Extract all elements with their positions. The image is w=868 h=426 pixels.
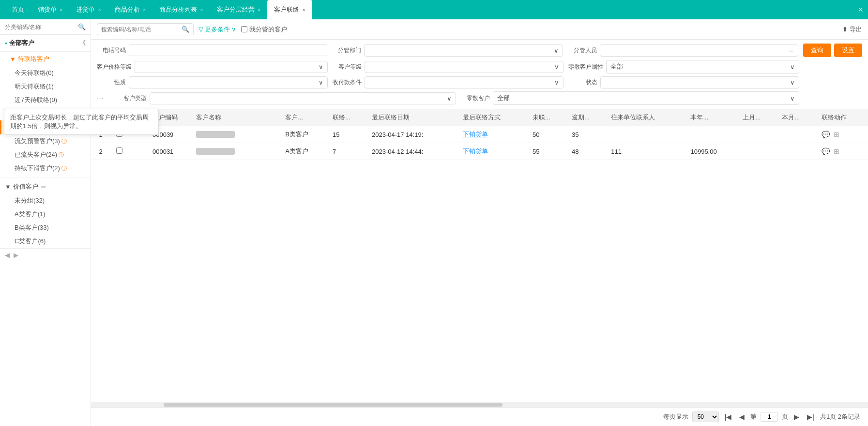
settings-button[interactable]: 设置: [834, 44, 862, 57]
search-input[interactable]: [101, 26, 182, 33]
sidebar-item-tomorrow[interactable]: 明天待联络(1): [0, 80, 91, 93]
retail-attr-field: 零散客户属性 全部 ∨: [568, 60, 799, 73]
data-table: ⚙ 客户编码 客户名称 客户... 联络...: [91, 109, 868, 160]
customer-level-select[interactable]: ∨: [365, 61, 563, 73]
sidebar-item-7days[interactable]: 近7天待联络(0): [0, 93, 91, 107]
close-icon[interactable]: ×: [302, 7, 305, 13]
content-area: 🔍 ▽ 更多条件 ∨ 我分管的客户 ⬆ 导出 电话号码: [91, 19, 868, 426]
sidebar-item-declining[interactable]: 持续下滑客户(2) ⓘ: [0, 162, 91, 175]
table-row: 2 000031 A类客户 7 2023-04-12 14:44:: [91, 143, 868, 160]
filter-row-3: 性质 ∨ 收付款条件 ∨ 状态: [97, 76, 862, 88]
row1-last-contact-date: 2023-04-17 14:19:: [368, 126, 459, 143]
row1-unread: 50: [529, 126, 568, 143]
close-icon[interactable]: ×: [143, 7, 146, 13]
price-level-select[interactable]: ∨: [135, 61, 328, 73]
gender-select[interactable]: ∨: [129, 76, 328, 88]
sidebar-item-churn-warning[interactable]: 流失预警客户(3) ⓘ: [0, 134, 91, 148]
customer-level-field: 客户等级 ∨: [333, 61, 563, 73]
page-input[interactable]: [761, 412, 778, 422]
my-customers-check[interactable]: [241, 26, 247, 32]
status-field: 状态 ∨: [568, 76, 799, 88]
payment-select[interactable]: ∨: [365, 76, 563, 88]
close-icon[interactable]: ×: [258, 7, 260, 13]
nav-product-analysis[interactable]: 商品分析 ×: [108, 0, 152, 19]
query-button[interactable]: 查询: [803, 44, 831, 57]
close-all-button[interactable]: ×: [858, 5, 863, 15]
close-icon[interactable]: ×: [60, 7, 62, 13]
nav-customer-contact[interactable]: 客户联络 ×: [267, 0, 312, 19]
sidebar-group-pending[interactable]: ▼ 待联络客户: [0, 52, 91, 66]
nav-product-analysis-list[interactable]: 商品分析列表 ×: [152, 0, 210, 19]
col-header-last-contact-date: 最后联络日期: [368, 109, 459, 126]
action-icons: 💬 ⊞: [822, 147, 865, 155]
nav-customer-layered[interactable]: 客户分层经营 ×: [210, 0, 267, 19]
nav-sales-order[interactable]: 销货单 ×: [31, 0, 69, 19]
retail-attr-select[interactable]: 全部 ∨: [606, 60, 799, 73]
sidebar-item-churned[interactable]: 已流失客户(24) ⓘ: [0, 148, 91, 162]
row1-last-contact-method[interactable]: 下销货单: [459, 126, 529, 143]
sidebar-item-class-b[interactable]: B类客户(33): [0, 221, 91, 235]
filter-row-4: ··· 客户类型 ∨ 零散客户 全部 ∨: [97, 91, 862, 105]
advanced-filter: 电话号码 分管部门 ∨ 分管人员 ···: [91, 40, 868, 109]
sidebar-group-value[interactable]: ▼ 价值客户 ✏: [0, 179, 91, 194]
sidebar-left-arrow[interactable]: ◀: [5, 251, 10, 259]
row2-category: A类客户: [281, 143, 329, 160]
my-customers-checkbox[interactable]: 我分管的客户: [241, 25, 287, 34]
gender-field: 性质 ∨: [97, 76, 328, 88]
row1-contact-count: 15: [329, 126, 368, 143]
link-icon[interactable]: ⊞: [834, 131, 839, 138]
page-size-select[interactable]: 50 100 200: [692, 411, 719, 422]
next-page-button[interactable]: ▶: [792, 412, 801, 422]
collapse-icon[interactable]: 《: [79, 39, 86, 47]
col-header-category: 客户...: [281, 109, 329, 126]
action-icons: 💬 ⊞: [822, 131, 865, 138]
chevron-down-icon: ∨: [319, 79, 323, 86]
sidebar-item-class-a[interactable]: A类客户(1): [0, 207, 91, 221]
last-page-button[interactable]: ▶|: [805, 412, 816, 422]
filter-row-2: 客户价格等级 ∨ 客户等级 ∨ 零散客户属性 全部: [97, 60, 862, 73]
tooltip-box: 距客户上次交易时长，超过了此客户的平均交易周期的1.5倍，则视为异常。: [91, 109, 159, 135]
close-icon[interactable]: ×: [200, 7, 203, 13]
close-icon[interactable]: ×: [98, 7, 101, 13]
link-icon[interactable]: ⊞: [834, 147, 839, 155]
chevron-down-icon: ∨: [319, 63, 323, 71]
nav-home[interactable]: 首页: [5, 0, 31, 19]
customer-name-blurred: [196, 131, 235, 138]
sidebar-item-today[interactable]: 今天待联络(0): [0, 66, 91, 80]
status-select[interactable]: ∨: [600, 76, 799, 88]
sidebar-search-input[interactable]: [5, 24, 78, 30]
dept-select[interactable]: ∨: [364, 44, 563, 57]
nav-purchase-order[interactable]: 进货单 ×: [69, 0, 107, 19]
sidebar-search-wrap: 🔍: [0, 19, 91, 35]
chevron-down-icon: ∨: [790, 63, 795, 71]
row2-last-contact-method[interactable]: 下销货单: [459, 143, 529, 160]
row1-unit-contacts: [607, 126, 686, 143]
row2-index: 2: [91, 143, 110, 160]
scroll-thumb[interactable]: [164, 403, 503, 407]
row-checkbox[interactable]: [116, 147, 122, 154]
sidebar-item-class-c[interactable]: C类客户(6): [0, 235, 91, 248]
retail-customer-select[interactable]: 全部 ∨: [493, 91, 799, 105]
col-header-unread: 未联...: [529, 109, 568, 126]
row2-checkbox[interactable]: [110, 143, 128, 160]
filter-bar: 🔍 ▽ 更多条件 ∨ 我分管的客户 ⬆ 导出: [91, 19, 868, 40]
main-layout: 🔍 ▪ 全部客户 《 ▼ 待联络客户 今天待联络(0) 明天待联络(1) 近7天…: [0, 19, 868, 426]
phone-input[interactable]: [129, 44, 327, 56]
search-icon[interactable]: 🔍: [182, 26, 189, 33]
horizontal-scrollbar[interactable]: [91, 402, 868, 407]
first-page-button[interactable]: |◀: [723, 412, 734, 422]
chat-icon[interactable]: 💬: [822, 131, 830, 138]
prev-page-button[interactable]: ◀: [737, 412, 746, 422]
sidebar-right-arrow[interactable]: ▶: [14, 251, 18, 259]
row2-code: 000031: [149, 143, 192, 160]
arrow-icon: ▼: [10, 56, 16, 63]
sidebar-item-unclassified[interactable]: 未分组(32): [0, 194, 91, 207]
row1-this-year: [686, 126, 739, 143]
export-button[interactable]: ⬆ 导出: [842, 25, 862, 34]
more-conditions-button[interactable]: ▽ 更多条件 ∨: [198, 25, 236, 34]
manager-select[interactable]: ···: [600, 44, 798, 57]
customer-type-select[interactable]: ∨: [150, 92, 456, 104]
search-icon[interactable]: 🔍: [78, 23, 86, 30]
more-dots[interactable]: ···: [97, 94, 103, 103]
chat-icon[interactable]: 💬: [822, 147, 830, 155]
